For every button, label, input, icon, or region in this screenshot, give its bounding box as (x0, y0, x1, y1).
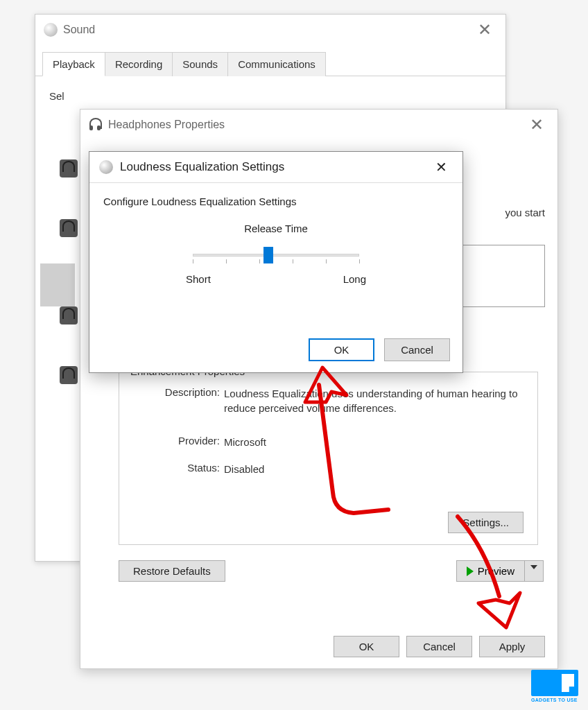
sound-icon (44, 23, 58, 37)
status-row: Status: Disabled (154, 462, 537, 476)
provider-value: Microsoft (224, 435, 537, 449)
apply-button[interactable]: Apply (479, 636, 545, 657)
slider-thumb[interactable] (263, 247, 273, 263)
restore-defaults-button[interactable]: Restore Defaults (119, 560, 225, 582)
tab-playback[interactable]: Playback (42, 52, 105, 76)
headphones-icon (60, 306, 78, 324)
ok-button[interactable]: OK (334, 636, 399, 657)
partial-text: you start (505, 207, 545, 218)
close-icon[interactable]: ✕ (524, 115, 549, 135)
slider-min-label: Short (186, 273, 211, 285)
preview-label: Preview (478, 565, 514, 577)
tab-communications[interactable]: Communications (227, 52, 326, 76)
enhancements-list-box (455, 245, 545, 307)
headphones-titlebar: Headphones Properties ✕ (80, 110, 557, 140)
loudness-title: Loudness Equalization Settings (120, 160, 430, 174)
settings-button[interactable]: Settings... (448, 512, 524, 533)
logo-text: GADGETS TO USE (531, 698, 581, 702)
loudness-titlebar: Loudness Equalization Settings ✕ (89, 152, 462, 183)
sound-titlebar: Sound ✕ (35, 15, 505, 45)
preview-button-group: Preview (456, 560, 544, 582)
slider-label: Release Time (103, 223, 449, 234)
description-value: Loudness Equalization uses understanding… (224, 386, 537, 415)
headphones-icon (89, 118, 103, 132)
release-time-slider[interactable] (193, 244, 359, 266)
cancel-button[interactable]: Cancel (406, 636, 472, 657)
status-value: Disabled (224, 462, 537, 476)
provider-row: Provider: Microsoft (154, 435, 537, 449)
content-text: Sel (49, 90, 64, 102)
ok-button[interactable]: OK (309, 338, 374, 361)
status-label: Status: (154, 462, 220, 476)
enhancement-properties-group: Enhancement Properties Description: Loud… (119, 372, 538, 545)
dialog-buttons: OK Cancel Apply (334, 636, 545, 657)
close-icon[interactable]: ✕ (430, 159, 453, 175)
tab-sounds[interactable]: Sounds (172, 52, 228, 76)
dialog-buttons: OK Cancel (309, 338, 450, 361)
gadgets-to-use-logo: GADGETS TO USE (531, 670, 581, 704)
selected-device-highlight (40, 263, 75, 306)
chevron-down-icon (530, 565, 537, 569)
slider-max-label: Long (343, 273, 366, 285)
headphones-icon (60, 159, 78, 178)
play-icon (467, 566, 474, 576)
device-list (60, 159, 82, 426)
dialog-body: Configure Loudness Equalization Settings… (89, 183, 462, 297)
preview-dropdown-button[interactable] (525, 560, 544, 582)
sound-title: Sound (63, 24, 472, 36)
speaker-icon (99, 160, 113, 174)
description-row: Description: Loudness Equalization uses … (154, 386, 537, 415)
dialog-subtitle: Configure Loudness Equalization Settings (103, 196, 449, 207)
cancel-button[interactable]: Cancel (384, 338, 450, 361)
release-time-slider-group: Release Time Short Long (103, 223, 449, 285)
close-icon[interactable]: ✕ (472, 20, 497, 40)
description-label: Description: (154, 386, 220, 415)
loudness-equalization-dialog: Loudness Equalization Settings ✕ Configu… (89, 151, 463, 373)
tab-recording[interactable]: Recording (105, 52, 173, 76)
slider-range-labels: Short Long (179, 273, 373, 285)
sound-tabs: Playback Recording Sounds Communications (35, 52, 505, 76)
headphones-title: Headphones Properties (108, 119, 524, 131)
preview-button[interactable]: Preview (456, 560, 525, 582)
provider-label: Provider: (154, 435, 220, 449)
headphones-icon (60, 219, 78, 237)
headphones-icon (60, 366, 78, 384)
